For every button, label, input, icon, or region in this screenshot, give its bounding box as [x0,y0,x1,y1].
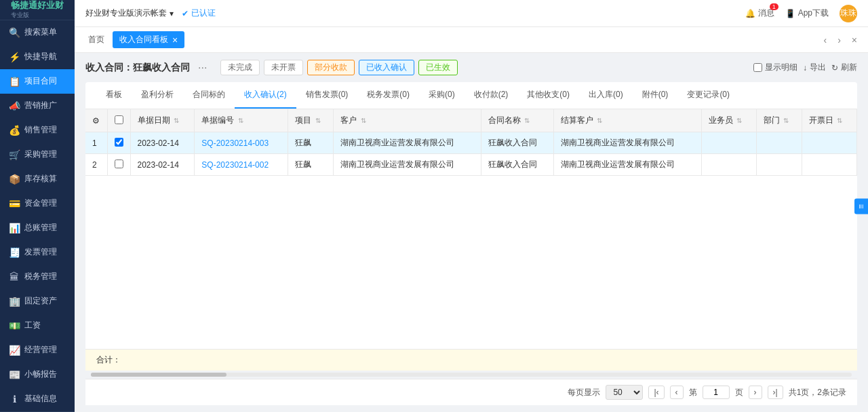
page-size-label: 每页显示 [568,387,600,398]
app-download-button[interactable]: 📱 App下载 [785,7,829,19]
status-btn-3[interactable]: 已收入确认 [359,60,414,75]
inner-tab-1[interactable]: 盈利分析 [132,82,183,109]
prev-page-btn[interactable]: ‹ [670,386,684,399]
page-number-input[interactable] [703,386,730,399]
sort-contract-icon: ⇅ [524,117,530,124]
cell-number-1[interactable]: SQ-20230214-002 [195,154,288,176]
sidebar-label-4: 销售管理 [24,124,57,136]
user-avatar[interactable]: 珠珠 [840,5,857,22]
main-area: 好业财专业版演示帐套 ▾ ✔ 已认证 🔔 消息 1 📱 App下载 珠珠 首页 [75,0,868,412]
inner-tab-6[interactable]: 采购(0) [419,82,465,109]
last-page-btn[interactable]: ›| [768,386,783,399]
floating-right-btn[interactable]: ≡ [854,198,868,214]
total-records-label: 共1页，2条记录 [789,387,846,398]
sidebar-label-1: 快捷导航 [24,51,57,62]
sidebar-item-5[interactable]: 🛒采购管理 [0,143,75,167]
status-btn-1[interactable]: 未开票 [264,60,303,75]
inner-tab-5[interactable]: 税务发票(0) [357,82,419,109]
sidebar-icon-13: 📈 [8,344,20,356]
cell-invoice-0 [802,132,856,154]
row-checkbox-0[interactable] [115,138,123,147]
inner-tab-3[interactable]: 收入确认(2) [235,82,296,109]
company-selector[interactable]: 好业财专业版演示帐套 ▾ [85,7,174,19]
inner-tab-9[interactable]: 出入库(0) [579,82,633,109]
sidebar-item-15[interactable]: ℹ基础信息 [0,387,75,411]
cell-check-1[interactable] [107,154,130,176]
sidebar-item-11[interactable]: 🏢固定资产 [0,289,75,314]
sidebar-item-9[interactable]: 🧾发票管理 [0,240,75,265]
sidebar-item-10[interactable]: 🏛税务管理 [0,265,75,289]
sidebar-item-7[interactable]: 💳资金管理 [0,191,75,216]
tab-close-all-icon[interactable]: × [849,33,860,47]
contract-header: 收入合同：狂飙收入合同 ··· 未完成未开票部分收款已收入确认已生效 显示明细↓… [85,60,857,75]
contract-title: 收入合同：狂飙收入合同 [85,62,190,74]
sort-salesman-icon: ⇅ [736,117,742,124]
status-btn-2[interactable]: 部分收款 [307,60,355,75]
sidebar-item-14[interactable]: 📰小畅报告 [0,362,75,387]
sidebar-label-6: 库存核算 [24,173,57,185]
sidebar-icon-8: 📊 [8,222,20,234]
sidebar-item-1[interactable]: ⚡快捷导航 [0,45,75,69]
row-checkbox-1[interactable] [115,160,123,168]
sidebar-icon-7: 💳 [8,198,20,210]
sidebar-label-12: 工资 [24,320,41,331]
scrollbar-thumb[interactable] [91,373,226,377]
tab-prev-icon[interactable]: ‹ [821,33,829,47]
inner-tab-11[interactable]: 变更记录(0) [677,82,739,109]
contract-more-btn[interactable]: ··· [198,62,207,74]
sidebar-label-2: 项目合同 [24,75,57,87]
table-row[interactable]: 2 2023-02-14 SQ-20230214-002 狂飙 湖南卫视商业运营… [85,154,857,176]
tab-contract-board[interactable]: 收入合同看板 × [113,31,184,48]
tab-home[interactable]: 首页 [83,34,110,45]
next-page-btn[interactable]: › [749,386,762,399]
sidebar-item-6[interactable]: 📦库存核算 [0,167,75,191]
tab-next-icon[interactable]: › [835,33,844,47]
page-size-select[interactable]: 50 20 100 [606,385,643,400]
status-btn-4[interactable]: 已生效 [418,60,458,75]
inner-tab-0[interactable]: 看板 [96,82,132,109]
first-page-btn[interactable]: |‹ [648,386,664,399]
top-header: 好业财专业版演示帐套 ▾ ✔ 已认证 🔔 消息 1 📱 App下载 珠珠 [75,0,868,27]
table-row[interactable]: 1 2023-02-14 SQ-20230214-003 狂飙 湖南卫视商业运营… [85,132,857,154]
sidebar-icon-10: 🏛 [8,271,20,283]
message-icon: 🔔 [745,9,755,18]
select-all-checkbox[interactable] [115,115,123,124]
doc-number-link-1[interactable]: SQ-20230214-002 [201,160,269,170]
action-btn-1[interactable]: ↓导出 [803,62,826,73]
th-date: 单据日期 ⇅ [130,109,195,132]
inner-tab-7[interactable]: 收付款(2) [465,82,518,109]
action-label-2: 刷新 [841,62,857,73]
cell-check-0[interactable] [107,132,130,154]
page-content: 收入合同：狂飙收入合同 ··· 未完成未开票部分收款已收入确认已生效 显示明细↓… [75,53,868,412]
sidebar-icon-3: 📣 [8,100,20,112]
tab-close-icon[interactable]: × [172,35,178,45]
sidebar-item-2[interactable]: 📋项目合同 [0,69,75,94]
sidebar-icon-15: ℹ [8,393,20,405]
horizontal-scrollbar[interactable] [85,371,857,379]
message-button[interactable]: 🔔 消息 1 [745,7,774,19]
table-summary: 合计： [85,349,857,371]
sidebar-icon-4: 💰 [8,124,20,136]
table-header-row: ⚙ 单据日期 ⇅ 单据编号 ⇅ 项目 ⇅ 客户 ⇅ 合同名称 ⇅ 结算客户 ⇅ … [85,109,857,132]
sidebar-label-15: 基础信息 [24,393,57,405]
inner-tab-2[interactable]: 合同标的 [183,82,235,109]
sidebar-icon-1: ⚡ [8,51,20,63]
sidebar-item-12[interactable]: 💵工资 [0,314,75,338]
action-btn-0[interactable]: 显示明细 [753,62,797,73]
status-btn-0[interactable]: 未完成 [220,60,260,75]
sidebar-icon-12: 💵 [8,320,20,332]
sidebar-item-0[interactable]: 🔍搜索菜单 [0,20,75,45]
cell-number-0[interactable]: SQ-20230214-003 [195,132,288,154]
doc-number-link-0[interactable]: SQ-20230214-003 [201,138,269,148]
action-btn-2[interactable]: ↻刷新 [831,62,857,73]
contract-actions: 显示明细↓导出↻刷新 [753,62,857,73]
settings-icon[interactable]: ⚙ [92,116,100,126]
sidebar-item-13[interactable]: 📈经营管理 [0,338,75,362]
sidebar-item-8[interactable]: 📊总账管理 [0,216,75,240]
sidebar-item-3[interactable]: 📣营销推广 [0,94,75,118]
inner-tab-8[interactable]: 其他收支(0) [517,82,579,109]
sidebar-item-4[interactable]: 💰销售管理 [0,118,75,143]
inner-tab-10[interactable]: 附件(0) [633,82,678,109]
inner-tab-4[interactable]: 销售发票(0) [296,82,358,109]
show-detail-checkbox[interactable] [753,63,762,72]
